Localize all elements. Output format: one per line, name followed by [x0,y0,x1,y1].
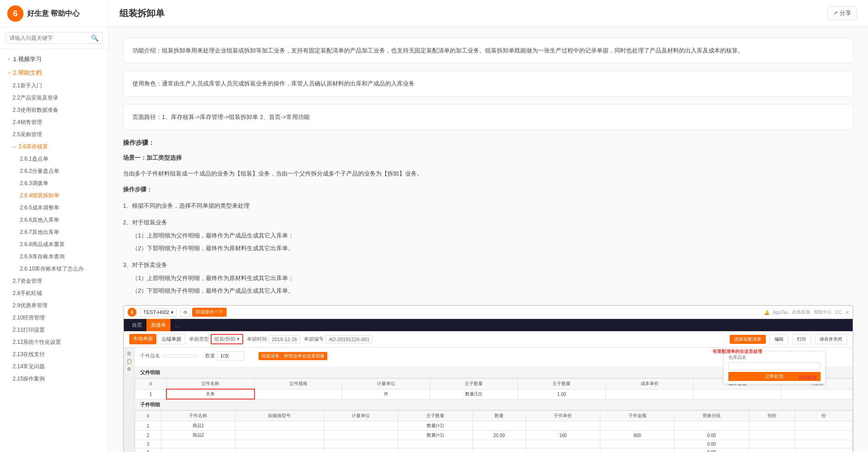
field-parent-name: 个件品名 [140,352,198,359]
nav-more[interactable]: ... [170,320,184,331]
th-no: # [135,379,167,390]
th-qty1: 主子数量 [430,379,518,390]
titlebar-right: 🔔 AppTao 在线客服 帮助中心 CC ✕ [764,309,849,315]
side-icon-1: ☰ [127,351,131,356]
cell-name[interactable]: 关来 [166,389,254,399]
search-icon[interactable]: 🔍 [91,34,99,42]
sidebar-item-coupon[interactable]: 2.9优惠券管理 [13,300,108,312]
expand-icon: + [7,56,10,62]
sidebar-item-partial[interactable]: 2.6.2分量盘点单 [20,165,108,177]
nav-new[interactable]: 新建单 [146,319,170,331]
upper-table-row: 1 关来 件 数量/1次 1.00 [135,389,853,399]
app-titlebar: 6 TEST-H002 ▾ ⟳ 同期操作一下 🔔 [124,306,853,319]
share-button[interactable]: ↗ 分享 [827,6,857,20]
sidebar-item-outbound[interactable]: 2.6.7其他出库单 [20,226,108,238]
cell-no: 1 [135,389,167,399]
lth-amt: 子件金额 [600,411,674,421]
sidebar-item-cases[interactable]: 2.15操作案例 [13,373,108,385]
sidebar-item-recalc[interactable]: 2.6.8商品成本重算 [20,238,108,251]
cell-stock [781,389,853,399]
sidebar-item-print[interactable]: 2.11打印设置 [13,324,108,336]
sidebar-item-online-pay[interactable]: 2.13在线支付 [13,348,108,361]
sidebar-item-stockquery[interactable]: 2.6.9库存账本查询 [20,251,108,263]
form-content: ☰ 📋 ⚙ 个件品名 [124,347,853,452]
app-nav: 自页 新建单 ... [124,319,853,331]
cell-unit: 件 [342,389,430,399]
sidebar-item-mobile[interactable]: 2.8手机旺铺 [13,287,108,300]
collapse-icon: − [7,70,10,76]
search-box[interactable]: 🔍 [5,32,103,44]
lth-unit: 计量单位 [324,411,398,421]
sidebar-item-newcomer[interactable]: 2.1新手入门 [13,80,108,92]
cell-qty1: 数量/1次 [430,389,518,399]
lth-group: 替换分组 [675,411,749,421]
intro-text-2: 使用角色：通常由生产人员或库管人员完成拆装业务的操作，库管人员确认原材料的出库和… [132,80,415,87]
sidebar-item-ops[interactable]: 2.10经营管理 [13,312,108,324]
refresh-button[interactable]: ⟳ [180,308,190,317]
sidebar-item-assemble[interactable]: 2.6.4组装拆卸单 [20,190,108,202]
status-tabs: 本地单据 云端单据 [129,334,185,344]
value-no[interactable]: AD-20191226-001 [326,335,373,343]
lower-row-2: 2 商品2 数量(×1) 20.00160800 0.00 [135,431,853,440]
field-type: 单据类型 组装/拆卸 ▾ [189,334,243,344]
sidebar-item-personalize[interactable]: 2.12系统个性化设置 [13,336,108,348]
lth-price: 子件单价 [526,411,600,421]
lth-act: 价 [795,411,853,421]
sidebar-item-stockerror[interactable]: 2.6.10库存账本错了怎么办 [20,263,108,275]
share-icon: ↗ [833,10,838,16]
sidebar-item-inbound[interactable]: 2.6.6其他入库单 [20,214,108,226]
value-parent[interactable] [162,355,198,357]
intro-text-1: 功能介绍：组装拆卸单用来处理企业组装或拆卸等加工业务，支持有固定装配清单的产品加… [132,47,744,54]
sidebar-item-docs[interactable]: − 2.帮助文档 [0,66,108,80]
screenshot-container: 6 TEST-H002 ▾ ⟳ 同期操作一下 🔔 [123,305,854,452]
sidebar-item-purchase[interactable]: 2.5采购管理 [13,128,108,141]
nav-home[interactable]: 自页 [127,319,146,331]
app-toolbar: 本地单据 云端单据 单据类型 组装/拆卸 ▾ 单据时间 2019-12-26 [124,331,853,347]
refresh-btns: ⟳ 同期操作一下 [180,308,226,317]
tab-cloud[interactable]: 云端单据 [157,334,185,344]
sidebar-item-prepare[interactable]: 2.3使用前数据准备 [13,104,108,116]
value-qty[interactable]: 1/次 [217,351,244,361]
step1-text: 1、根据不同的业务，选择不同单据的类型来处理 [123,200,854,213]
content-area: 功能介绍：组装拆卸单用来处理企业组装或拆卸等加工业务，支持有固定装配清单的产品加… [108,27,868,452]
search-input[interactable] [9,35,91,41]
sidebar-item-sales[interactable]: 2.4销售管理 [13,116,108,128]
sidebar-item-finance[interactable]: 2.7资金管理 [13,275,108,287]
field-qty: 数量 1/次 [205,351,244,361]
type-annotation: 组装业务、拆卸业务在这里切换 [259,352,327,360]
value-type[interactable]: 组装/拆卸 ▾ [211,334,243,344]
annotation-right: 有装配清单的在这里处理 [712,348,762,355]
warehouse-input[interactable] [728,362,821,370]
sidebar-item-faq[interactable]: 2.14常见问题 [13,361,108,373]
th-parent-spec: 父件规格 [255,379,342,390]
right-panel-label: 仓库品名 [728,354,821,361]
step3-sub1: （1）上部明细为父件明细，最终作为原材料生成其它出库单； [123,272,854,285]
print-btn[interactable]: 打印 [792,334,811,344]
sidebar-item-stocktake[interactable]: 2.6.1盘点单 [20,153,108,165]
process-btn[interactable]: 选择装配清单 [730,335,766,344]
label-type: 单据类型 [189,336,209,343]
value-date[interactable]: 2019-12-26 [269,335,300,343]
close-icon[interactable]: ✕ [845,310,849,315]
sidebar-item-adjust[interactable]: 2.6.3调拨单 [20,177,108,190]
sidebar-item-cost[interactable]: 2.6.5成本调整单 [20,202,108,214]
step2-text: 2、对于组装业务 [123,216,854,229]
lower-row-3: 30.00 [135,440,853,448]
step2: 2、对于组装业务 （1）上部明细为父件明细，最终作为产成品生成其它入库单； （2… [123,216,854,255]
step3-sub2: （2）下部明细为子件明细，最终作为产成品生成其它入库单。 [123,285,854,298]
company-selector[interactable]: TEST-H002 ▾ [140,308,177,317]
label-date: 单据时间 [247,336,267,343]
titlebar-left: 6 TEST-H002 ▾ ⟳ 同期操作一下 [127,308,226,317]
edit-btn[interactable]: 编辑 [769,334,788,344]
save-btn[interactable]: 保存并关闭 [815,334,847,344]
sidebar-item-video[interactable]: + 1.视频学习 [0,52,108,66]
app-window: 6 TEST-H002 ▾ ⟳ 同期操作一下 🔔 [123,305,853,452]
side-icons: ☰ 📋 ⚙ [124,347,135,452]
sidebar-item-install[interactable]: 2.2产品安装及登录 [13,92,108,104]
lower-table: # 子件名称 副规格型号 计量单位 主子数量 数量 子件单价 子件金额 [135,410,853,452]
nav-tree: + 1.视频学习 − 2.帮助文档 2.1新手入门 2.2产品安装及登录 2.3… [0,49,108,452]
scene1-title: 场景一：加工类型选择 [123,152,854,164]
sidebar-item-inventory[interactable]: − 2.6库存核算 [13,141,108,153]
th-qty2: 主子数量 [518,379,605,390]
tab-local[interactable]: 本地单据 [129,334,156,344]
